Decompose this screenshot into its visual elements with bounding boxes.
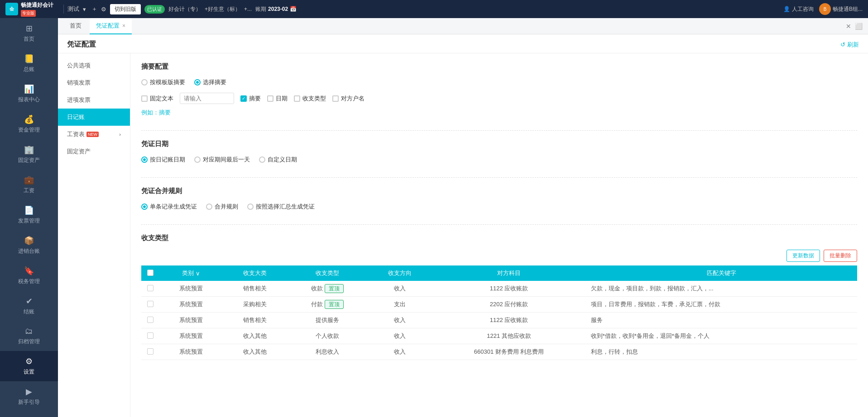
cell-checkbox-2 — [141, 313, 159, 328]
row-checkbox-3[interactable] — [147, 332, 153, 339]
restore-tab-button[interactable]: ⬜ — [855, 23, 863, 30]
cell-category-1: 系统预置 — [159, 297, 223, 313]
summary-config-section: 摘要配置 按模板版摘要 选择摘要 — [141, 62, 857, 117]
left-nav-item-purchase_inv[interactable]: 进项发票 — [58, 91, 130, 109]
sidebar-item-report[interactable]: 📊报表中心 — [0, 79, 58, 109]
income-expense-table: 类别 ∨ 收支大类 收支类型 收支方向 对方科目 匹配关键字 — [141, 265, 857, 360]
divider-1 — [141, 130, 857, 131]
sidebar-item-assets[interactable]: 🏢固定资产 — [0, 139, 58, 170]
cell-direction-3: 收入 — [368, 328, 432, 344]
sidebar-item-salary[interactable]: 💼工资 — [0, 170, 58, 200]
sidebar-item-tax[interactable]: 🔖税务管理 — [0, 261, 58, 291]
header-checkbox[interactable] — [147, 270, 153, 276]
sidebar-item-guide[interactable]: ▶新手引导 — [0, 381, 58, 412]
voucher-date-section: 凭证日期 按日记账日期 对应期间最后一天 自定义日期 — [141, 140, 857, 164]
sidebar-label-salary: 工资 — [24, 187, 34, 194]
radio-merge[interactable]: 合并规则 — [206, 203, 238, 211]
switch-version-button[interactable]: 切到旧版 — [110, 4, 141, 14]
sidebar-item-invoice[interactable]: 📄发票管理 — [0, 200, 58, 230]
chevron-icon: › — [119, 132, 121, 137]
th-subject: 对方科目 — [432, 265, 586, 281]
th-type: 收支类型 — [287, 265, 368, 281]
checkbox-box-date — [267, 95, 273, 102]
left-nav-item-journal[interactable]: 日记账 — [58, 109, 130, 126]
sidebar-icon-settle: ✔ — [26, 296, 33, 306]
sidebar-item-settings[interactable]: ⚙设置 — [0, 351, 58, 381]
settings-button[interactable]: ⚙ — [101, 6, 106, 13]
tab-home[interactable]: 首页 — [63, 18, 88, 34]
sidebar-item-settle[interactable]: ✔结账 — [0, 291, 58, 321]
left-nav-item-public[interactable]: 公共选项 — [58, 57, 130, 74]
cell-type-4: 利息收入 — [287, 344, 368, 360]
cell-subject-0: 1122 应收账款 — [432, 281, 586, 297]
refresh-button[interactable]: ↺ 刷新 — [840, 41, 859, 49]
cell-checkbox-4 — [141, 344, 159, 360]
checkbox-date[interactable]: 日期 — [267, 95, 288, 103]
radio-single[interactable]: 单条记录生成凭证 — [141, 203, 197, 211]
add-button[interactable]: ＋ — [91, 5, 97, 13]
sidebar-item-home[interactable]: ⊞首页 — [0, 18, 58, 48]
top-tag-1[interactable]: 置顶 — [325, 300, 344, 309]
tab-close-voucher[interactable]: × — [122, 23, 125, 29]
cell-type-0: 收款 置顶 — [287, 281, 368, 297]
radio-period-last[interactable]: 对应期间最后一天 — [194, 156, 250, 164]
content-layout: 公共选项销项发票进项发票日记账工资表 NEW ›固定资产 摘要配置 按模板版摘要… — [58, 53, 868, 417]
update-data-button[interactable]: 更新数据 — [786, 250, 820, 262]
tab-voucher[interactable]: 凭证配置× — [90, 18, 132, 34]
table-header-row: 类别 ∨ 收支大类 收支类型 收支方向 对方科目 匹配关键字 — [141, 265, 857, 281]
sidebar-item-archive[interactable]: 🗂归档管理 — [0, 321, 58, 351]
batch-delete-button[interactable]: 批量删除 — [824, 250, 857, 262]
row-checkbox-4[interactable] — [147, 348, 153, 355]
left-nav-item-fixed_assets[interactable]: 固定资产 — [58, 143, 130, 160]
th-checkbox — [141, 265, 159, 281]
cell-checkbox-1 — [141, 297, 159, 313]
left-nav-item-payroll[interactable]: 工资表 NEW › — [58, 126, 130, 143]
tag1: 好会计（专） — [168, 5, 201, 13]
sidebar-item-purchase[interactable]: 📦进销台账 — [0, 230, 58, 261]
cell-major-type-2: 销售相关 — [223, 313, 287, 328]
cell-direction-4: 收入 — [368, 344, 432, 360]
close-tab-button[interactable]: ✕ — [846, 23, 851, 30]
left-nav-item-sales[interactable]: 销项发票 — [58, 74, 130, 91]
radio-journal-date[interactable]: 按日记账日期 — [141, 156, 185, 164]
sidebar-icon-funds: 💰 — [24, 114, 34, 124]
checkbox-summary[interactable]: ✓ 摘要 — [240, 95, 261, 103]
tab-bar-actions: ✕ ⬜ — [846, 23, 863, 30]
checkbox-type[interactable]: 收支类型 — [294, 95, 326, 103]
cell-subject-3: 1221 其他应收款 — [432, 328, 586, 344]
top-tag-0[interactable]: 置顶 — [325, 284, 344, 293]
summary-section-title: 摘要配置 — [141, 62, 857, 71]
sidebar-item-ledger[interactable]: 📒总账 — [0, 48, 58, 79]
cell-category-3: 系统预置 — [159, 328, 223, 344]
checkbox-fixed-text[interactable]: 固定文本 — [141, 95, 173, 103]
cell-subject-1: 2202 应付账款 — [432, 297, 586, 313]
sidebar-icon-purchase: 📦 — [24, 236, 34, 246]
logo-badge: 专业版 — [21, 10, 36, 17]
header-right: 👤 人工咨询 B 畅捷通B组... — [783, 3, 863, 15]
cell-direction-1: 支出 — [368, 297, 432, 313]
checkbox-counterpart[interactable]: 对方户名 — [332, 95, 364, 103]
sidebar-item-member[interactable]: ★畅会员 — [0, 412, 58, 417]
fixed-text-input[interactable] — [180, 93, 234, 104]
row-checkbox-1[interactable] — [147, 301, 153, 307]
sidebar-label-tax: 税务管理 — [18, 278, 40, 285]
consult-area[interactable]: 👤 人工咨询 — [783, 5, 814, 13]
sidebar-item-funds[interactable]: 💰资金管理 — [0, 109, 58, 139]
radio-summary-gen[interactable]: 按照选择汇总生成凭证 — [247, 203, 315, 211]
logo-icon: 会 — [5, 3, 18, 15]
page-title: 凭证配置 — [67, 40, 96, 49]
user-area[interactable]: B 畅捷通B组... — [819, 3, 863, 15]
merge-rules-section: 凭证合并规则 单条记录生成凭证 合并规则 按照选择汇总生成凭证 — [141, 187, 857, 211]
radio-select[interactable]: 选择摘要 — [194, 78, 226, 86]
header-actions: ＋ ⚙ 切到旧版 已认证 好会计（专） +好生意（标） +... 账期 2023… — [91, 4, 297, 14]
header-dropdown[interactable]: ▾ — [83, 6, 86, 13]
table-header-actions: 更新数据 批量删除 — [141, 250, 857, 262]
cell-category-2: 系统预置 — [159, 313, 223, 328]
row-checkbox-2[interactable] — [147, 317, 153, 323]
tag3: +... — [244, 6, 252, 12]
header-period: 账期 2023-02 📅 — [255, 5, 297, 13]
row-checkbox-0[interactable] — [147, 285, 153, 291]
radio-template[interactable]: 按模板版摘要 — [141, 78, 185, 86]
cell-subject-2: 1122 应收账款 — [432, 313, 586, 328]
radio-custom-date[interactable]: 自定义日期 — [259, 156, 297, 164]
